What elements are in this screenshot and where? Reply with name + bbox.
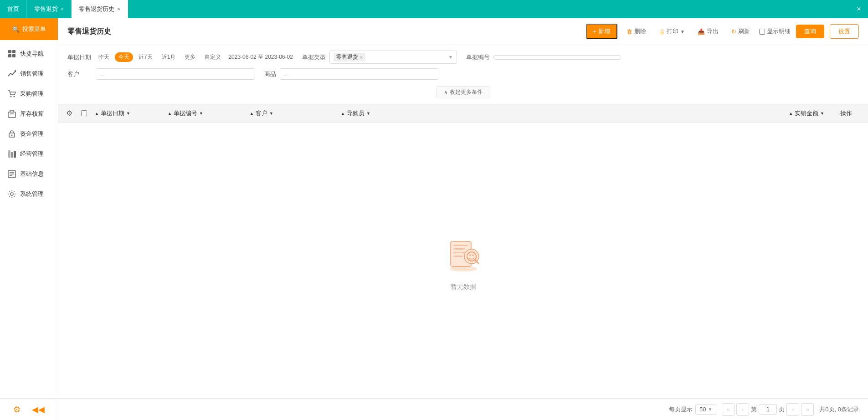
tab-home-label: 首页: [7, 5, 19, 13]
tab-home[interactable]: 首页: [0, 0, 27, 18]
sidebar-item-purchase-label: 采购管理: [20, 90, 44, 98]
print-button[interactable]: 🖨 打印 ▼: [655, 26, 688, 37]
tab-retail-return-history-close[interactable]: ×: [117, 6, 120, 12]
export-label: 导出: [707, 27, 719, 36]
sort-up-id[interactable]: ▲: [168, 111, 172, 116]
empty-text: 暂无数据: [451, 283, 476, 291]
date-btn-today[interactable]: 今天: [115, 52, 133, 62]
svg-point-5: [10, 96, 12, 97]
print-icon: 🖨: [659, 28, 665, 35]
product-filter: 商品 ...: [264, 68, 439, 80]
date-btn-yesterday[interactable]: 昨天: [95, 52, 113, 62]
date-btn-7days[interactable]: 近7天: [135, 52, 156, 62]
sidebar-item-finance-label: 资金管理: [20, 130, 44, 138]
collapse-filter-button[interactable]: ∧ 收起更多条件: [436, 86, 490, 98]
filter-area: 单据日期 昨天 今天 近7天 近1月 更多 自定义 2023-06-02 至 2…: [58, 45, 868, 104]
sidebar-item-sales[interactable]: 销售管理: [0, 64, 58, 84]
sort-up-customer[interactable]: ▲: [250, 111, 254, 116]
sort-down-amount[interactable]: ▼: [820, 111, 824, 116]
date-btn-1month[interactable]: 近1月: [158, 52, 180, 62]
th-customer: ▲ 客户 ▼: [246, 109, 337, 118]
delete-button[interactable]: 🗑 删除: [623, 26, 650, 37]
display-detail-checkbox[interactable]: 显示明细: [759, 27, 791, 36]
sidebar-item-inventory-label: 库存核算: [20, 110, 44, 118]
sidebar-item-finance[interactable]: 资金管理: [0, 124, 58, 144]
sort-down-date[interactable]: ▼: [126, 111, 130, 116]
print-dropdown-icon: ▼: [680, 29, 685, 34]
svg-point-29: [472, 254, 474, 256]
sort-up-amount[interactable]: ▲: [789, 111, 793, 116]
display-detail-input[interactable]: [759, 29, 765, 35]
last-page-button[interactable]: »: [801, 403, 814, 416]
date-range-text: 2023-06-02 至 2023-06-02: [228, 53, 293, 61]
svg-point-18: [10, 193, 13, 195]
print-label: 打印: [667, 27, 678, 36]
filter-settings-button[interactable]: 设置: [830, 24, 859, 39]
customer-input[interactable]: ...: [96, 68, 255, 80]
date-filter: 单据日期 昨天 今天 近7天 近1月 更多 自定义 2023-06-02 至 2…: [67, 52, 293, 62]
refresh-label: 刷新: [738, 27, 750, 36]
export-icon: 📤: [698, 28, 705, 35]
page-size-arrow: ▼: [708, 407, 712, 412]
finance-icon: [7, 129, 16, 138]
quick-nav-icon: [7, 49, 16, 58]
prev-page-button[interactable]: ‹: [736, 403, 749, 416]
type-select[interactable]: 零售退货 × ▼: [329, 51, 457, 64]
select-all-checkbox[interactable]: [77, 110, 91, 116]
sidebar-item-operations[interactable]: 经营管理: [0, 144, 58, 164]
svg-rect-7: [8, 112, 15, 118]
sidebar-item-inventory[interactable]: 库存核算: [0, 104, 58, 124]
page-input-wrap: 第 页: [751, 404, 785, 415]
settings-bottom-icon[interactable]: ⚙: [13, 405, 21, 415]
sidebar-search[interactable]: 🔍 搜索菜单: [0, 18, 58, 40]
sort-up-guide[interactable]: ▲: [341, 111, 345, 116]
sidebar-item-purchase[interactable]: 采购管理: [0, 84, 58, 104]
th-amount: ▲ 实销金额 ▼: [773, 109, 828, 118]
window-close-button[interactable]: ×: [850, 0, 868, 18]
refresh-button[interactable]: ↻ 刷新: [728, 26, 754, 37]
operations-icon: [7, 149, 16, 159]
empty-state: 暂无数据: [58, 123, 868, 398]
sidebar-item-system-label: 系统管理: [20, 190, 44, 198]
svg-rect-11: [8, 150, 10, 158]
page-size-selector: 每页显示 50 ▼: [669, 404, 716, 415]
query-button[interactable]: 查询: [796, 25, 824, 38]
sidebar-item-quick-nav[interactable]: 快捷导航: [0, 44, 58, 64]
svg-point-10: [11, 135, 13, 136]
tab-retail-return-history[interactable]: 零售退货历史 ×: [72, 0, 128, 18]
page-size-select-box[interactable]: 50 ▼: [695, 404, 716, 415]
empty-illustration: [441, 230, 486, 276]
tab-retail-return-close[interactable]: ×: [61, 6, 64, 12]
sort-down-guide[interactable]: ▼: [366, 111, 370, 116]
page-total-text: 共0页, 0条记录: [819, 405, 859, 414]
tab-retail-return-label: 零售退货: [34, 5, 58, 13]
add-button[interactable]: + 新增: [586, 24, 618, 39]
export-button[interactable]: 📤 导出: [694, 26, 722, 37]
page-navigation: « ‹ 第 页 › »: [722, 403, 814, 416]
sort-up-date[interactable]: ▲: [95, 111, 99, 116]
id-input[interactable]: [493, 55, 621, 60]
tab-retail-return[interactable]: 零售退货 ×: [27, 0, 72, 18]
sort-down-customer[interactable]: ▼: [269, 111, 273, 116]
next-page-button[interactable]: ›: [786, 403, 799, 416]
delete-label: 删除: [634, 27, 646, 36]
page-label: 第: [751, 405, 757, 414]
mute-bottom-icon[interactable]: ◀◀: [32, 405, 45, 415]
type-tag-close[interactable]: ×: [360, 55, 363, 60]
page-number-input[interactable]: [759, 404, 777, 415]
sidebar-item-system[interactable]: 系统管理: [0, 184, 58, 204]
product-input[interactable]: ...: [280, 68, 439, 80]
tab-retail-return-history-label: 零售退货历史: [79, 5, 114, 13]
column-settings-icon[interactable]: ⚙: [62, 109, 77, 118]
table-header: ⚙ ▲ 单据日期 ▼ ▲ 单据编号 ▼ ▲ 客户 ▼: [58, 104, 868, 123]
sort-down-id[interactable]: ▼: [199, 111, 203, 116]
select-all-input[interactable]: [81, 110, 87, 116]
toolbar: + 新增 🗑 删除 🖨 打印 ▼ 📤 导出 ↻ 刷: [586, 24, 859, 39]
date-btn-custom[interactable]: 自定义: [201, 52, 225, 62]
sidebar-item-basic-info[interactable]: 基础信息: [0, 164, 58, 184]
page-unit-label: 页: [779, 405, 785, 414]
add-label: 新增: [598, 27, 610, 36]
date-btn-more[interactable]: 更多: [181, 52, 199, 62]
first-page-button[interactable]: «: [722, 403, 734, 416]
top-bar: 首页 零售退货 × 零售退货历史 × ×: [0, 0, 868, 18]
